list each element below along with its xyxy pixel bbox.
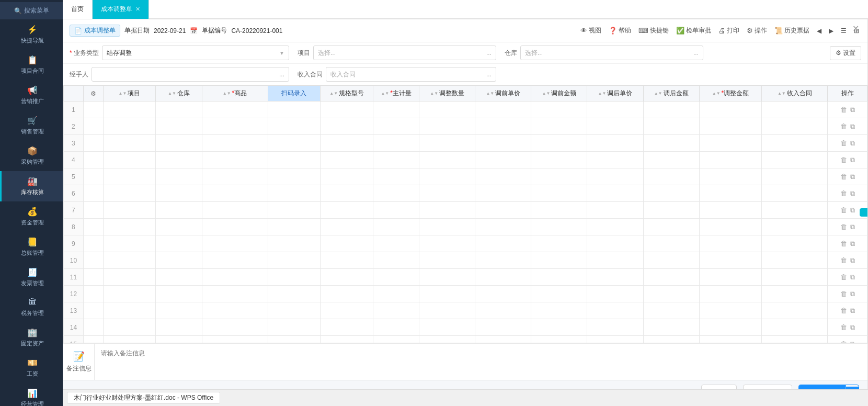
table-cell[interactable] xyxy=(419,219,475,235)
col-post-amount[interactable]: ▲▼调后金额 xyxy=(643,86,699,102)
table-cell[interactable] xyxy=(103,135,156,152)
table-cell[interactable] xyxy=(762,269,828,286)
table-cell[interactable] xyxy=(103,219,156,235)
sidebar-item-assets[interactable]: 🏢 固定资产 xyxy=(0,322,63,353)
table-cell[interactable] xyxy=(475,269,531,286)
col-warehouse[interactable]: ▲▼仓库 xyxy=(156,86,202,102)
table-cell[interactable] xyxy=(531,269,587,286)
table-cell[interactable] xyxy=(762,185,828,202)
table-cell[interactable] xyxy=(643,319,699,336)
table-cell[interactable] xyxy=(83,336,103,344)
table-cell[interactable] xyxy=(321,168,373,185)
table-cell[interactable] xyxy=(321,319,373,336)
sidebar-item-invoice[interactable]: 🧾 发票管理 xyxy=(0,262,63,292)
table-cell[interactable] xyxy=(202,185,268,202)
table-cell[interactable] xyxy=(643,185,699,202)
table-cell[interactable] xyxy=(103,235,156,252)
table-cell[interactable] xyxy=(699,152,762,168)
table-cell[interactable] xyxy=(643,152,699,168)
table-cell[interactable] xyxy=(268,102,321,118)
table-cell[interactable] xyxy=(202,202,268,219)
delete-icon[interactable]: 🗑 xyxy=(840,240,847,247)
table-cell[interactable] xyxy=(156,336,202,344)
copy-icon[interactable]: ⧉ xyxy=(850,173,855,181)
delete-icon[interactable]: 🗑 xyxy=(840,156,847,164)
table-cell[interactable] xyxy=(202,286,268,302)
table-cell[interactable] xyxy=(373,185,419,202)
table-cell[interactable] xyxy=(587,302,643,319)
table-cell[interactable] xyxy=(373,118,419,135)
table-cell[interactable] xyxy=(83,219,103,235)
delete-icon[interactable]: 🗑 xyxy=(840,323,847,331)
sidebar-item-inventory[interactable]: 🏭 库存核算 xyxy=(0,171,63,201)
copy-icon[interactable]: ⧉ xyxy=(850,323,855,332)
table-cell[interactable] xyxy=(587,235,643,252)
table-cell[interactable] xyxy=(699,219,762,235)
col-goods[interactable]: ▲▼*商品 xyxy=(202,86,268,102)
table-cell[interactable] xyxy=(587,168,643,185)
table-cell[interactable] xyxy=(202,252,268,269)
table-cell[interactable] xyxy=(373,102,419,118)
table-cell[interactable] xyxy=(699,185,762,202)
table-cell[interactable] xyxy=(531,336,587,344)
table-cell[interactable] xyxy=(103,168,156,185)
remarks-input[interactable] xyxy=(95,344,867,380)
table-cell[interactable] xyxy=(587,135,643,152)
tab-cost-adjust[interactable]: 成本调整单 ✕ xyxy=(93,0,149,19)
settings-button[interactable]: ⚙ 设置 xyxy=(830,46,861,60)
table-cell[interactable] xyxy=(321,219,373,235)
table-cell[interactable] xyxy=(156,286,202,302)
copy-icon[interactable]: ⧉ xyxy=(850,156,855,164)
table-cell[interactable] xyxy=(202,302,268,319)
table-cell[interactable] xyxy=(587,252,643,269)
prev-button[interactable]: ◀ xyxy=(815,26,824,36)
handler-select[interactable]: ... xyxy=(92,67,289,82)
table-cell[interactable] xyxy=(373,252,419,269)
table-cell[interactable] xyxy=(587,269,643,286)
table-cell[interactable] xyxy=(156,118,202,135)
table-cell[interactable] xyxy=(699,319,762,336)
table-cell[interactable] xyxy=(202,319,268,336)
table-cell[interactable] xyxy=(321,152,373,168)
table-cell[interactable] xyxy=(156,252,202,269)
table-cell[interactable] xyxy=(643,219,699,235)
table-cell[interactable] xyxy=(268,219,321,235)
table-cell[interactable] xyxy=(531,219,587,235)
table-cell[interactable] xyxy=(202,219,268,235)
table-cell[interactable] xyxy=(762,152,828,168)
col-adj-qty[interactable]: ▲▼调整数量 xyxy=(419,86,475,102)
table-cell[interactable] xyxy=(531,252,587,269)
col-project[interactable]: ▲▼项目 xyxy=(103,86,156,102)
delete-icon[interactable]: 🗑 xyxy=(840,106,847,114)
delete-icon[interactable]: 🗑 xyxy=(840,139,847,147)
table-cell[interactable] xyxy=(643,202,699,219)
table-cell[interactable] xyxy=(475,286,531,302)
sidebar-item-tax[interactable]: 🏛 税务管理 xyxy=(0,292,63,322)
table-cell[interactable] xyxy=(643,118,699,135)
delete-icon[interactable]: 🗑 xyxy=(840,122,847,130)
copy-icon[interactable]: ⧉ xyxy=(850,290,855,298)
table-cell[interactable] xyxy=(643,168,699,185)
table-cell[interactable] xyxy=(156,135,202,152)
table-cell[interactable] xyxy=(373,235,419,252)
table-cell[interactable] xyxy=(83,252,103,269)
table-cell[interactable] xyxy=(419,319,475,336)
sidebar-item-purchase[interactable]: 📦 采购管理 xyxy=(0,141,63,171)
col-scan[interactable]: 扫码录入 xyxy=(268,86,321,102)
table-cell[interactable] xyxy=(587,202,643,219)
table-cell[interactable] xyxy=(587,219,643,235)
table-cell[interactable] xyxy=(268,336,321,344)
table-cell[interactable] xyxy=(321,302,373,319)
table-cell[interactable] xyxy=(762,118,828,135)
table-cell[interactable] xyxy=(762,102,828,118)
warehouse-ellipsis-button[interactable]: ... xyxy=(693,49,699,57)
table-cell[interactable] xyxy=(475,102,531,118)
table-cell[interactable] xyxy=(268,269,321,286)
sidebar-item-operations[interactable]: 📊 经营管理 xyxy=(0,383,63,406)
table-cell[interactable] xyxy=(321,286,373,302)
table-cell[interactable] xyxy=(475,336,531,344)
table-cell[interactable] xyxy=(373,135,419,152)
tab-home[interactable]: 首页 xyxy=(63,0,93,19)
table-cell[interactable] xyxy=(103,102,156,118)
table-cell[interactable] xyxy=(419,302,475,319)
